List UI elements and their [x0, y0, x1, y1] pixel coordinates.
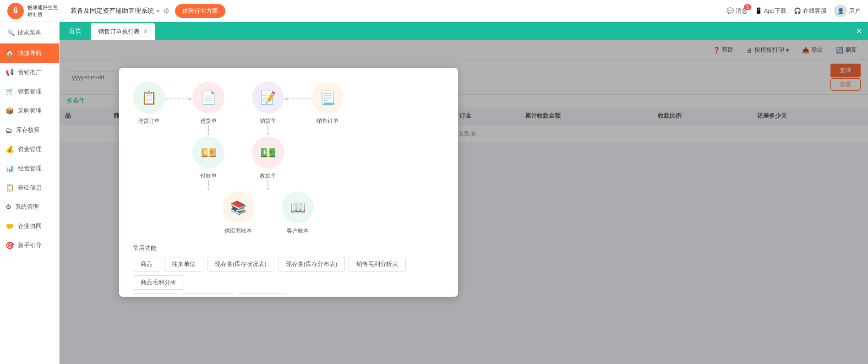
- top-bar: 6 畅康通好生意 标准版 装备及固定资产辅助管理系统 ▾ ⚙ 体验行业方案 💬 …: [0, 0, 868, 22]
- page-body: ❓ 帮助 🖨 按模板打印 ▾ 📤 导出 🔄: [60, 40, 868, 364]
- guide-icon: 🎯: [5, 241, 14, 250]
- tab-home[interactable]: 首页: [60, 22, 91, 40]
- sidebar-item-purchase[interactable]: 📦 采购管理: [0, 101, 59, 120]
- sidebar-item-collab[interactable]: 🤝 企业协同: [0, 217, 59, 236]
- sales-icon: 🛒: [5, 87, 14, 96]
- inventory-icon: 🗂: [5, 126, 12, 134]
- phone-icon: 📱: [755, 7, 762, 14]
- sidebar-item-finance[interactable]: 💰 资金管理: [0, 140, 59, 159]
- purchase-order-icon: 📋: [133, 81, 165, 114]
- func-btn-partner[interactable]: 往来单位: [164, 257, 203, 272]
- func-btn-product[interactable]: 商品: [133, 257, 160, 272]
- gear-icon[interactable]: ⚙: [163, 6, 169, 15]
- message-icon: 💬: [726, 7, 734, 14]
- sidebar-item-base-info[interactable]: 📋 基础信息: [0, 178, 59, 197]
- sidebar-item-sales[interactable]: 🛒 销售管理: [0, 82, 59, 101]
- sales-order-icon: 📃: [311, 81, 344, 114]
- flow-node-sales-slip[interactable]: 📝 销货单: [252, 81, 284, 125]
- search-icon: 🔍: [7, 29, 15, 36]
- flow-node-purchase-order[interactable]: 📋 进货订单: [133, 81, 165, 125]
- func-btn-stock-dist[interactable]: 现存量(库存分布表): [278, 257, 345, 272]
- customer-ledger-icon: 📖: [282, 191, 314, 223]
- purchase-slip-icon: 📄: [192, 81, 224, 114]
- close-all-btn[interactable]: ✕: [856, 26, 863, 36]
- func-btn-sales-rank[interactable]: 销售排行榜: [133, 293, 178, 297]
- sidebar-item-inventory[interactable]: 🗂 库存核算: [0, 120, 59, 140]
- finance-icon: 💰: [5, 145, 14, 153]
- operations-icon: 📊: [5, 164, 14, 173]
- logo-text: 畅康通好生意 标准版: [27, 4, 58, 17]
- system-icon: ⚙: [5, 203, 11, 211]
- func-btn-payment-stats[interactable]: 付款情况统计: [237, 293, 288, 297]
- logo-area: 6 畅康通好生意 标准版: [7, 3, 67, 19]
- home-icon: 🏠: [5, 49, 14, 57]
- common-functions: 常用功能 商品 往来单位 现存量(库存状况表) 现存量(库存分布表) 销售毛利分…: [133, 244, 444, 297]
- message-btn[interactable]: 💬 消息 5: [726, 7, 748, 15]
- flow-node-customer-ledger[interactable]: 📖 客户账本: [282, 191, 314, 235]
- sidebar-item-guide[interactable]: 🎯 新手引导: [0, 236, 59, 255]
- modal-box: 📋 进货订单 ▶: [119, 68, 458, 297]
- function-row-2: 销售排行榜 收款情况统计 付款情况统计: [133, 293, 444, 297]
- base-info-icon: 📋: [5, 184, 14, 192]
- dropdown-arrow-icon[interactable]: ▾: [157, 8, 159, 14]
- payment-in-icon: 💵: [252, 136, 284, 168]
- common-functions-title: 常用功能: [133, 244, 444, 252]
- function-row-1: 商品 往来单位 现存量(库存状况表) 现存量(库存分布表) 销售毛利分析表 商品…: [133, 257, 444, 290]
- payment-out-icon: 💴: [192, 136, 224, 168]
- purchase-icon: 📦: [5, 107, 14, 115]
- avatar: 👤: [834, 5, 847, 17]
- sidebar-item-marketing[interactable]: 📢 营销推广: [0, 63, 59, 82]
- sidebar-search[interactable]: 🔍 搜索菜单: [0, 22, 59, 43]
- online-service-btn[interactable]: 🎧 在线客服: [794, 7, 827, 15]
- sidebar-item-operations[interactable]: 📊 经营管理: [0, 159, 59, 178]
- flow-node-sales-order[interactable]: 📃 销售订单: [311, 81, 344, 125]
- collab-icon: 🤝: [5, 222, 14, 230]
- func-btn-receipt-stats[interactable]: 收款情况统计: [182, 293, 233, 297]
- sidebar-item-quick-nav[interactable]: 🏠 快捷导航: [0, 43, 59, 63]
- flow-node-purchase-slip[interactable]: 📄 进货单: [192, 81, 224, 125]
- system-title: 装备及固定资产辅助管理系统 ▾: [71, 7, 159, 15]
- flow-node-payment-out[interactable]: 💴 付款单: [192, 136, 224, 180]
- tab-sales-order[interactable]: 销售订单执行表 ✕: [91, 23, 155, 40]
- tab-close-icon[interactable]: ✕: [143, 29, 147, 35]
- flow-node-payment-in[interactable]: 💵 收款单: [252, 136, 284, 180]
- modal-overlay: 📋 进货订单 ▶: [60, 40, 868, 364]
- tab-bar: 首页 销售订单执行表 ✕ ✕: [60, 22, 868, 40]
- func-btn-sales-profit[interactable]: 销售毛利分析表: [349, 257, 406, 272]
- func-btn-stock-status[interactable]: 现存量(库存状况表): [207, 257, 274, 272]
- marketing-icon: 📢: [5, 68, 14, 76]
- app-download-btn[interactable]: 📱 App下载: [755, 7, 786, 15]
- top-bar-right: 💬 消息 5 📱 App下载 🎧 在线客服 👤 用户: [726, 5, 861, 17]
- flow-diagram: 📋 进货订单 ▶: [133, 81, 444, 235]
- message-badge: 5: [744, 4, 751, 10]
- sales-slip-icon: 📝: [252, 81, 284, 114]
- logo-icon: 6: [7, 3, 24, 19]
- user-menu-btn[interactable]: 👤 用户: [834, 5, 861, 17]
- supplier-ledger-icon: 📚: [222, 191, 254, 223]
- flow-node-supplier-ledger[interactable]: 📚 供应商账本: [222, 191, 254, 235]
- sidebar-item-system[interactable]: ⚙ 系统管理: [0, 197, 59, 217]
- experience-btn[interactable]: 体验行业方案: [175, 4, 225, 18]
- headset-icon: 🎧: [794, 7, 801, 14]
- func-btn-product-profit[interactable]: 商品毛利分析: [133, 275, 184, 290]
- sidebar: 🔍 搜索菜单 🏠 快捷导航 📢 营销推广 🛒 销售管理 📦 采购管理: [0, 22, 60, 364]
